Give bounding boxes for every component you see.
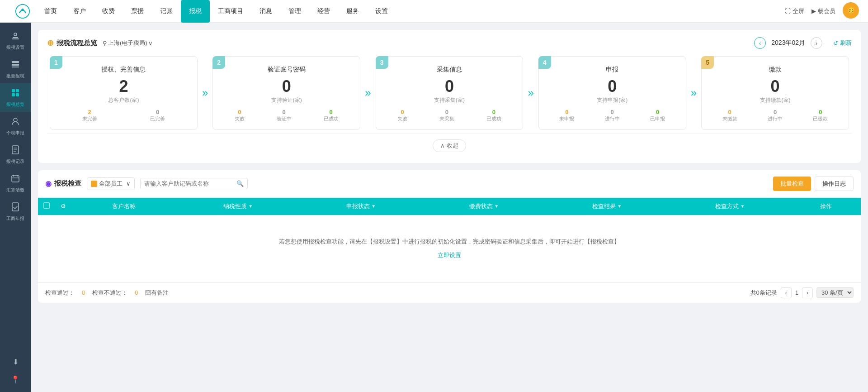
nav-accounting[interactable]: 记账	[152, 0, 181, 23]
annual-settlement-icon	[10, 173, 20, 186]
nav-right-area: ⛶ 全屏 ▶ 畅会员 😊	[785, 2, 859, 20]
search-icon[interactable]: 🔍	[236, 180, 244, 187]
svg-rect-5	[13, 37, 18, 38]
th-check-result: 检查结果 ▼	[546, 198, 669, 215]
flow-date: 2023年02月	[771, 39, 805, 47]
per-page-select[interactable]: 30 条/页	[816, 287, 854, 298]
tax-check-table: ⚙ 客户名称 纳税性质 ▼	[38, 198, 861, 282]
nav-invoice[interactable]: 票据	[123, 0, 152, 23]
check-pass-val[interactable]: 0	[82, 289, 85, 296]
step-stats-1: 2 未完善 0 已完善	[56, 109, 192, 122]
step-big-num-2: 0	[218, 77, 354, 96]
svg-rect-6	[12, 38, 19, 39]
plus-circle-icon: ⊕	[47, 38, 54, 48]
nav-operations[interactable]: 经营	[309, 0, 338, 23]
sidebar-item-tax-records[interactable]: 报税记录	[0, 140, 31, 169]
fullscreen-button[interactable]: ⛶ 全屏	[785, 7, 804, 15]
employee-filter[interactable]: 全部员工 ∨	[87, 177, 135, 190]
circle-icon: ◉	[45, 179, 52, 188]
svg-text:😊: 😊	[847, 7, 855, 14]
customer-search-input[interactable]	[144, 180, 235, 187]
sidebar-label-annual-settlement: 汇算清缴	[6, 187, 24, 193]
vip-icon: ▶	[811, 8, 816, 14]
next-month-button[interactable]: ›	[811, 37, 822, 49]
refresh-icon: ↺	[833, 40, 838, 47]
check-result-filter[interactable]: 检查结果 ▼	[551, 202, 663, 210]
step-stat-1-0: 2 未完善	[82, 109, 97, 122]
sidebar-item-download[interactable]: ⬇	[0, 353, 31, 371]
sidebar-item-personal-tax[interactable]: 个税申报	[0, 112, 31, 140]
refresh-button[interactable]: ↺ 刷新	[833, 39, 852, 47]
tax-overview-icon	[10, 88, 20, 100]
step-stats-3: 0 失败 0 未采集 0 已成功	[382, 109, 518, 122]
svg-rect-9	[12, 67, 19, 67]
check-fail-val[interactable]: 0	[135, 289, 138, 296]
sidebar-item-tax-overview[interactable]: 报税总览	[0, 83, 31, 112]
filter-chevron-icon: ∨	[126, 180, 131, 187]
immediate-setup-link[interactable]: 立即设置	[438, 252, 461, 258]
operation-log-button[interactable]: 操作日志	[815, 177, 854, 191]
sidebar-label-batch-tax: 批量报税	[6, 73, 24, 79]
nav-message[interactable]: 消息	[251, 0, 280, 23]
check-header: ◉ 报税检查 全部员工 ∨ 🔍 批量检查 操作日志	[38, 170, 861, 198]
customer-name-filter[interactable]: 客户名称	[77, 202, 171, 210]
settings-icon[interactable]: ⚙	[61, 203, 66, 210]
sidebar-item-annual-report[interactable]: 工商年报	[0, 197, 31, 226]
step-sub-3: 支持采集(家)	[382, 96, 518, 104]
check-method-filter-icon: ▼	[740, 204, 745, 209]
nav-home[interactable]: 首页	[36, 0, 65, 23]
step-big-num-3: 0	[382, 77, 518, 96]
empty-state: 若您想使用报税检查功能，请先在【报税设置】中进行报税的初始化设置，完成密码验证和…	[43, 220, 855, 277]
svg-point-1	[21, 8, 24, 10]
nav-fee[interactable]: 收费	[94, 0, 123, 23]
next-page-button[interactable]: ›	[802, 287, 813, 298]
svg-rect-13	[16, 93, 19, 96]
step-title-3: 采集信息	[382, 64, 518, 74]
prev-month-button[interactable]: ‹	[754, 37, 766, 49]
nav-customer[interactable]: 客户	[65, 0, 94, 23]
sidebar-label-tax-records: 报税记录	[6, 159, 24, 164]
tax-check-section: ◉ 报税检查 全部员工 ∨ 🔍 批量检查 操作日志	[38, 170, 861, 303]
svg-rect-7	[12, 61, 19, 63]
nav-service[interactable]: 服务	[338, 0, 367, 23]
select-all-checkbox[interactable]	[43, 202, 50, 209]
avatar: 😊	[843, 2, 859, 20]
flow-step-4: 4 申报 0 支持申报(家) 0 未申报 0 进行中	[538, 56, 686, 130]
batch-check-button[interactable]: 批量检查	[773, 177, 811, 191]
svg-point-0	[16, 4, 29, 18]
check-method-filter[interactable]: 检查方式 ▼	[674, 202, 786, 210]
sidebar-item-batch-tax[interactable]: 批量报税	[0, 55, 31, 83]
step-stats-2: 0 失败 0 验证中 0 已成功	[218, 109, 354, 122]
vip-button[interactable]: ▶ 畅会员	[811, 7, 835, 15]
flow-card-header: ⊕ 报税流程总览 ⚲ 上海(电子税局) ∨ ‹ 2023年02月 › ↺ 刷新	[47, 37, 852, 49]
sidebar-label-annual-report: 工商年报	[6, 216, 24, 221]
arrow-right-icon-3: »	[528, 86, 533, 99]
collapse-button[interactable]: ∧ 收起	[433, 139, 466, 152]
step-stats-4: 0 未申报 0 进行中 0 已申报	[544, 109, 680, 122]
declare-status-filter[interactable]: 申报状态 ▼	[305, 202, 417, 210]
sidebar-label-personal-tax: 个税申报	[6, 130, 24, 136]
th-tax-type: 纳税性质 ▼	[177, 198, 300, 215]
annual-report-icon	[10, 202, 20, 214]
step-sub-2: 支持验证(家)	[218, 96, 354, 104]
nav-menu: 首页 客户 收费 票据 记账 报税 工商项目 消息 管理 经营 服务 设置	[36, 0, 785, 23]
prev-page-button[interactable]: ‹	[781, 287, 792, 298]
svg-rect-12	[12, 93, 15, 96]
sidebar-item-location[interactable]: 📍	[0, 371, 31, 388]
tax-type-filter[interactable]: 纳税性质 ▼	[182, 202, 294, 210]
dropdown-icon: ∨	[148, 40, 153, 47]
pay-status-filter[interactable]: 缴费状态 ▼	[428, 202, 540, 210]
check-actions: 批量检查 操作日志	[773, 177, 854, 191]
step-sub-4: 支持申报(家)	[544, 96, 680, 104]
declare-status-filter-icon: ▼	[371, 204, 376, 209]
nav-settings[interactable]: 设置	[367, 0, 396, 23]
collapse-icon: ∧	[440, 142, 445, 149]
sidebar-item-annual-settlement[interactable]: 汇算清缴	[0, 169, 31, 197]
nav-tax[interactable]: 报税	[181, 0, 210, 23]
flow-location[interactable]: ⚲ 上海(电子税局) ∨	[103, 39, 153, 47]
sidebar-item-tax-settings[interactable]: 报税设置	[0, 26, 31, 55]
nav-manage[interactable]: 管理	[280, 0, 309, 23]
download-icon: ⬇	[13, 358, 19, 366]
nav-business[interactable]: 工商项目	[210, 0, 251, 23]
step-title-2: 验证账号密码	[218, 64, 354, 74]
